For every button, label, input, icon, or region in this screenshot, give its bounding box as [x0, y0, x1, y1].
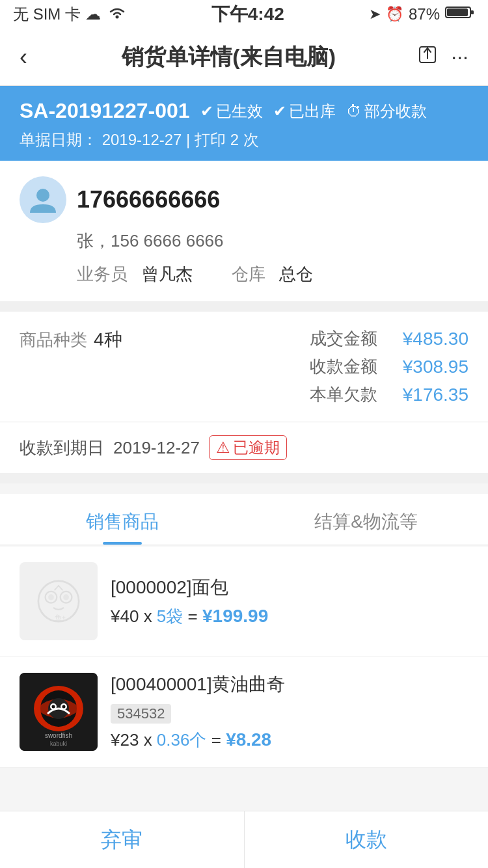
- customer-phone: 17666666666: [77, 186, 220, 213]
- status-right: ➤ ⏰ 87%: [369, 5, 475, 23]
- product-name-1: [0000002]面包: [111, 575, 468, 600]
- product-name-2: [000400001]黄油曲奇: [111, 672, 468, 697]
- product-eq-2: =: [211, 730, 226, 750]
- check-icon-shipped: ✔: [273, 102, 286, 120]
- svg-point-20: [62, 705, 66, 709]
- product-unit-price-1: ¥40: [111, 606, 139, 626]
- back-button[interactable]: ‹: [20, 44, 27, 71]
- summary-section: 商品种类 4种 成交金额 ¥485.30 收款金额 ¥308.95 本单欠款 ¥…: [0, 312, 488, 422]
- svg-point-0: [115, 16, 118, 19]
- wifi-icon: [107, 5, 127, 23]
- avatar: [20, 176, 66, 223]
- product-qty-2: 0.36个: [157, 730, 207, 750]
- due-label: 收款到期日: [20, 437, 104, 459]
- received-value: ¥308.95: [390, 357, 468, 377]
- battery-icon: [445, 5, 475, 23]
- nav-actions: ···: [417, 44, 468, 70]
- signal-text: 无 SIM 卡 ☁: [13, 4, 101, 25]
- product-multiply-1: x: [144, 606, 157, 626]
- status-badge-shipped: ✔ 已出库: [273, 101, 336, 122]
- received-label: 收款金额: [310, 355, 377, 378]
- product-total-1: ¥199.99: [202, 606, 268, 626]
- salesperson-value: 曾凡杰: [142, 264, 193, 284]
- product-image-1: 鱼+: [20, 562, 98, 640]
- product-info-2: [000400001]黄油曲奇 534532 ¥23 x 0.36个 = ¥8.…: [111, 672, 468, 752]
- nav-bar: ‹ 销货单详情(来自电脑) ···: [0, 29, 488, 86]
- print-info: | 打印 2 次: [186, 131, 259, 148]
- customer-name: 张，156 6666 6666: [77, 230, 468, 252]
- product-multiply-2: x: [144, 730, 157, 750]
- amount-label: 成交金额: [310, 327, 377, 350]
- overdue-text: 已逾期: [233, 437, 280, 458]
- list-item: 鱼+ [0000002]面包 ¥40 x 5袋 = ¥199.99: [0, 547, 488, 657]
- date-label: 单据日期：: [20, 131, 98, 148]
- alarm-icon: ⏰: [386, 6, 403, 23]
- product-qty-1: 5袋: [157, 606, 183, 626]
- product-total-2: ¥8.28: [226, 729, 271, 750]
- product-price-row-1: ¥40 x 5袋 = ¥199.99: [111, 605, 468, 628]
- product-type-label: 商品种类: [20, 329, 87, 351]
- warehouse-label: 仓库: [232, 264, 265, 284]
- overdue-icon: ⚠: [216, 439, 230, 457]
- overdue-badge: ⚠ 已逾期: [209, 435, 287, 460]
- svg-rect-3: [447, 8, 468, 16]
- product-price-row-2: ¥23 x 0.36个 = ¥8.28: [111, 729, 468, 752]
- svg-text:swordfish: swordfish: [45, 732, 72, 739]
- collect-payment-button[interactable]: 收款: [245, 811, 489, 868]
- battery-text: 87%: [409, 5, 440, 23]
- svg-point-6: [36, 189, 49, 202]
- customer-section: 17666666666 张，156 6666 6666 业务员 曾凡杰 仓库 总…: [0, 161, 488, 301]
- svg-point-11: [63, 594, 69, 600]
- bottom-bar: 弃审 收款: [0, 811, 488, 868]
- svg-text:鱼+: 鱼+: [55, 614, 66, 621]
- customer-row: 17666666666: [20, 176, 468, 223]
- product-type-count: 4种: [94, 327, 122, 352]
- product-list: 鱼+ [0000002]面包 ¥40 x 5袋 = ¥199.99: [0, 547, 488, 768]
- status-bar: 无 SIM 卡 ☁ 下午4:42 ➤ ⏰ 87%: [0, 0, 488, 29]
- location-icon: ➤: [369, 6, 381, 23]
- product-eq-1: =: [188, 606, 202, 626]
- due-section: 收款到期日 2019-12-27 ⚠ 已逾期: [0, 422, 488, 473]
- svg-rect-2: [470, 10, 474, 14]
- product-unit-price-2: ¥23: [111, 730, 139, 750]
- received-row: 收款金额 ¥308.95: [310, 355, 468, 378]
- more-button[interactable]: ···: [451, 45, 468, 69]
- debt-label: 本单欠款: [310, 383, 377, 406]
- product-info-1: [0000002]面包 ¥40 x 5袋 = ¥199.99: [111, 575, 468, 628]
- amount-value: ¥485.30: [390, 329, 468, 349]
- status-time: 下午4:42: [211, 2, 284, 27]
- order-date-row: 单据日期： 2019-12-27 | 打印 2 次: [20, 129, 468, 150]
- tab-products[interactable]: 销售商品: [0, 494, 244, 545]
- order-id: SA-20191227-001: [20, 99, 190, 123]
- warehouse-value: 总仓: [279, 264, 313, 284]
- tab-settlement[interactable]: 结算&物流等: [244, 494, 488, 545]
- order-header: SA-20191227-001 ✔ 已生效 ✔ 已出库 ⏱ 部分收款 单据日期：…: [0, 86, 488, 161]
- svg-text:kabuki: kabuki: [50, 740, 67, 747]
- debt-value: ¥176.35: [390, 385, 468, 405]
- tabs-row: 销售商品 结算&物流等: [0, 494, 488, 545]
- status-left: 无 SIM 卡 ☁: [13, 4, 127, 25]
- order-date-value: 2019-12-27: [102, 131, 182, 148]
- amount-row: 成交金额 ¥485.30: [310, 327, 468, 350]
- debt-row: 本单欠款 ¥176.35: [310, 383, 468, 406]
- status-badge-active: ✔ 已生效: [200, 101, 263, 122]
- page-title: 销货单详情(来自电脑): [40, 42, 417, 72]
- cancel-review-button[interactable]: 弃审: [0, 811, 245, 868]
- tabs-section: 销售商品 结算&物流等: [0, 494, 488, 545]
- summary-right: 成交金额 ¥485.30 收款金额 ¥308.95 本单欠款 ¥176.35: [310, 327, 468, 406]
- due-date-value: 2019-12-27: [113, 438, 200, 458]
- divider-3: [0, 473, 488, 483]
- share-button[interactable]: [417, 44, 438, 70]
- divider-1: [0, 301, 488, 312]
- customer-meta: 业务员 曾凡杰 仓库 总仓: [77, 263, 468, 286]
- svg-point-10: [48, 594, 54, 600]
- product-tag-2: 534532: [111, 704, 171, 724]
- list-item: swordfish kabuki [000400001]黄油曲奇 534532 …: [0, 657, 488, 768]
- clock-icon: ⏱: [346, 102, 362, 120]
- salesperson-label: 业务员: [77, 264, 128, 284]
- status-badge-partial: ⏱ 部分收款: [346, 101, 427, 122]
- product-image-2: swordfish kabuki: [20, 673, 98, 751]
- svg-point-19: [52, 705, 55, 709]
- check-icon-active: ✔: [200, 102, 213, 120]
